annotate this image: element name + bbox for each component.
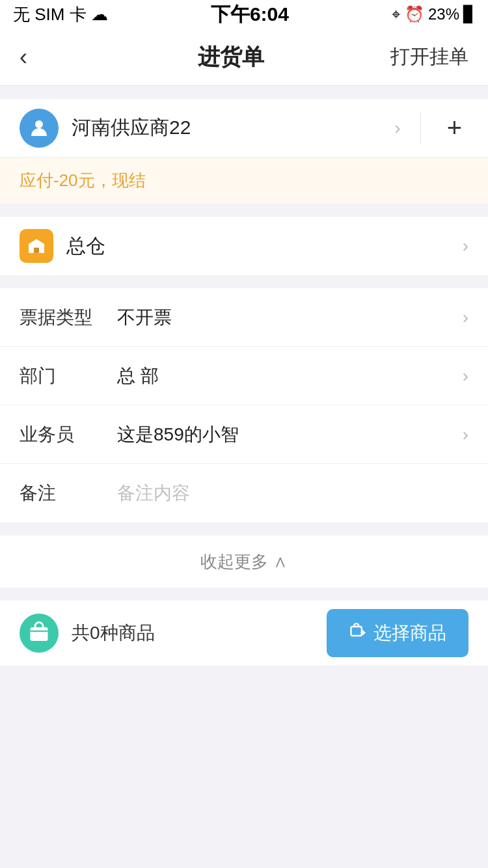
select-goods-button[interactable]: 选择商品 — [327, 609, 468, 657]
divider-1 — [0, 204, 488, 217]
bottom-bar: 共0种商品 选择商品 — [0, 601, 488, 666]
collapse-button[interactable]: 收起更多 ∧ — [0, 536, 488, 588]
dept-row[interactable]: 部门 总 部 › — [0, 347, 488, 405]
page-title: 进货单 — [198, 42, 264, 72]
invoice-chevron-icon: › — [463, 307, 468, 328]
nav-bar: ‹ 进货单 打开挂单 — [0, 29, 488, 86]
add-supplier-button[interactable]: + — [441, 113, 468, 142]
remark-input[interactable]: 备注内容 — [111, 481, 468, 506]
signal-text: 无 SIM 卡 ☁ — [13, 3, 108, 26]
svg-rect-4 — [351, 627, 362, 636]
supplier-notice: 应付-20元，现结 — [0, 157, 488, 204]
svg-rect-3 — [31, 627, 48, 641]
location-icon: ⌖ — [392, 5, 401, 23]
sales-chevron-icon: › — [463, 424, 468, 445]
top-divider — [0, 86, 488, 99]
form-section: 票据类型 不开票 › 部门 总 部 › 业务员 这是859的小智 › 备注 备注… — [0, 288, 488, 522]
invoice-label: 票据类型 — [20, 305, 111, 330]
warehouse-chevron-icon: › — [463, 236, 468, 256]
select-goods-label: 选择商品 — [373, 621, 446, 645]
warehouse-section: 总仓 › — [0, 217, 488, 275]
back-button[interactable]: ‹ — [20, 44, 72, 71]
invoice-value: 不开票 — [111, 305, 463, 330]
alarm-icon: ⏰ — [405, 5, 424, 23]
status-bar: 无 SIM 卡 ☁ 下午6:04 ⌖ ⏰ 23% ▊ — [0, 0, 488, 29]
goods-count: 共0种商品 — [72, 621, 327, 645]
dept-chevron-icon: › — [463, 366, 468, 387]
select-goods-icon — [349, 622, 367, 645]
dept-label: 部门 — [20, 364, 111, 388]
supplier-chevron-icon: › — [394, 118, 400, 139]
supplier-avatar — [20, 109, 59, 148]
warehouse-name: 总仓 — [66, 233, 463, 260]
remark-row[interactable]: 备注 备注内容 — [0, 464, 488, 522]
status-right: ⌖ ⏰ 23% ▊ — [392, 5, 475, 23]
sales-row[interactable]: 业务员 这是859的小智 › — [0, 405, 488, 464]
sales-value: 这是859的小智 — [111, 422, 463, 447]
supplier-row[interactable]: 河南供应商22 › + — [0, 99, 488, 157]
supplier-divider — [420, 112, 421, 144]
svg-point-0 — [35, 120, 43, 128]
remark-label: 备注 — [20, 481, 111, 506]
warehouse-icon — [20, 229, 53, 263]
open-pending-button[interactable]: 打开挂单 — [390, 44, 468, 70]
battery-icon: ▊ — [463, 5, 475, 23]
status-time: 下午6:04 — [211, 1, 289, 28]
warehouse-row[interactable]: 总仓 › — [0, 217, 488, 275]
goods-icon-wrap — [20, 614, 59, 653]
battery-text: 23% — [428, 5, 459, 23]
supplier-section: 河南供应商22 › + 应付-20元，现结 — [0, 99, 488, 204]
dept-value: 总 部 — [111, 364, 463, 388]
svg-rect-2 — [34, 248, 39, 253]
sales-label: 业务员 — [20, 422, 111, 447]
supplier-name: 河南供应商22 — [72, 115, 394, 141]
invoice-row[interactable]: 票据类型 不开票 › — [0, 288, 488, 347]
status-left: 无 SIM 卡 ☁ — [13, 3, 108, 26]
page-background — [0, 666, 488, 861]
